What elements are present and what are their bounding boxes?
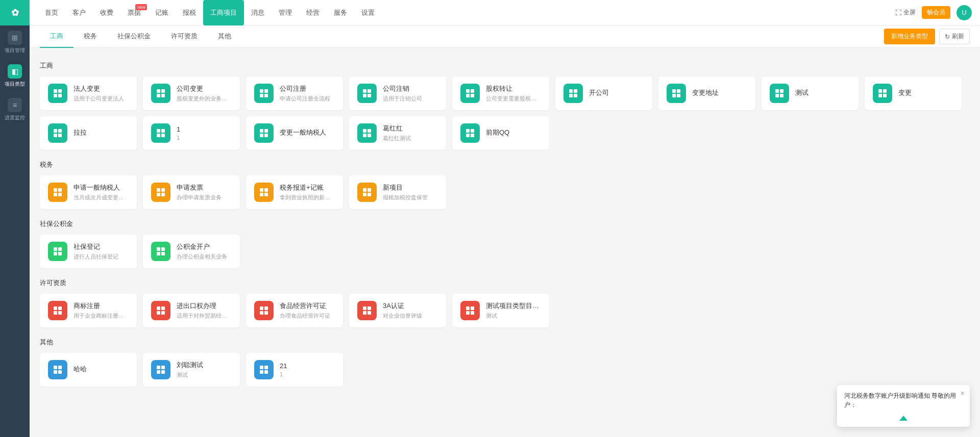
topnav-item-首页[interactable]: 首页 (38, 0, 65, 25)
sub-tab-税务[interactable]: 税务 (74, 25, 107, 48)
topnav-item-工商项目[interactable]: 工商项目 (203, 0, 244, 25)
svg-rect-7 (161, 94, 165, 97)
topnav-item-消息[interactable]: 消息 (244, 0, 272, 25)
sidebar-item-1[interactable]: ◧项目类型 (0, 59, 30, 93)
card-4-2[interactable]: 21 1 (246, 353, 343, 387)
sidebar-item-0[interactable]: ⊞项目管理 (0, 25, 30, 59)
card-3-4[interactable]: 测试项目类型目定义 测试 (452, 294, 549, 327)
svg-rect-103 (58, 370, 62, 374)
card-icon-1-3 (357, 183, 377, 202)
svg-rect-42 (157, 134, 160, 137)
svg-rect-84 (157, 306, 160, 310)
refresh-icon: ↻ (945, 33, 950, 40)
card-3-3[interactable]: 3A认证 对企业信誉评级 (349, 294, 446, 327)
card-2-1[interactable]: 公积金开户 办理公积金相关业务 (143, 235, 240, 268)
card-3-2[interactable]: 食品经营许可证 办理食品经营许可证 (246, 294, 343, 327)
card-0-10[interactable]: 1 1 (143, 116, 240, 150)
vip-button[interactable]: 畅会员 (922, 6, 950, 19)
card-icon-3-3 (357, 301, 377, 320)
cards-grid-4: 哈哈 刘聪测试 测试 (40, 353, 970, 387)
svg-rect-44 (260, 129, 263, 133)
card-2-0[interactable]: 社保登记 进行人员社保登记 (40, 235, 137, 268)
sidebar-item-2[interactable]: ≡进度监控 (0, 93, 30, 126)
refresh-label: 刷新 (952, 32, 964, 41)
svg-rect-60 (157, 188, 160, 192)
card-0-11[interactable]: 变更一般纳税人 (246, 116, 343, 150)
card-0-8[interactable]: 变更 (865, 76, 962, 110)
card-desc-0-12: 葛红红测试 (383, 135, 438, 142)
card-name-1-0: 申请一般纳税人 (74, 183, 129, 192)
svg-rect-105 (161, 366, 165, 369)
topnav-item-经营[interactable]: 经营 (299, 0, 327, 25)
app-logo[interactable]: ✿ (0, 0, 30, 25)
sub-tab-工商[interactable]: 工商 (40, 25, 74, 48)
card-icon-1-1 (151, 183, 170, 202)
card-desc-3-0: 用于企业商标注册服务 (74, 312, 129, 320)
card-0-2[interactable]: 公司注册 申请公司注册全流程 (246, 76, 343, 110)
topnav-item-报税[interactable]: 报税 (176, 0, 203, 25)
sub-tab-社保公积金[interactable]: 社保公积金 (107, 25, 161, 48)
card-1-3[interactable]: 新项目 报税加税控盘保管 (349, 175, 446, 209)
sub-tab-许可资质[interactable]: 许可资质 (161, 25, 208, 48)
card-3-1[interactable]: 进出口权办理 适用于对外贸易经营者 (143, 294, 240, 327)
topnav-item-票据[interactable]: 票据new (120, 0, 148, 25)
card-desc-1-0: 当月或次月成变更完成 (74, 194, 129, 201)
card-icon-4-2 (254, 360, 274, 379)
topnav-item-记账[interactable]: 记账 (148, 0, 176, 25)
card-icon-2-1 (151, 242, 170, 261)
fullscreen-label: 全屏 (903, 8, 916, 17)
sub-tab-其他[interactable]: 其他 (208, 25, 241, 48)
card-0-3[interactable]: 公司注销 适用于注销公司 (349, 76, 446, 110)
sub-tabs-bar: 工商税务社保公积金许可资质其他 新增业务类型 ↻ 刷新 (30, 25, 980, 48)
card-info-3-4: 测试项目类型目定义 测试 (486, 301, 541, 320)
add-business-type-button[interactable]: 新增业务类型 (884, 29, 935, 44)
card-icon-0-2 (254, 84, 274, 103)
card-0-7[interactable]: 测试 (762, 76, 859, 110)
card-1-2[interactable]: 税务报道+记账 拿到营业执照的新公司 (246, 175, 343, 209)
svg-rect-2 (54, 94, 57, 97)
card-0-0[interactable]: 法人变更 适用于公司变更法人 (40, 76, 137, 110)
card-3-0[interactable]: 商标注册 用于企业商标注册服务 (40, 294, 137, 327)
sub-tabs-actions: 新增业务类型 ↻ 刷新 (884, 29, 970, 44)
fullscreen-btn[interactable]: ⛶ 全屏 (895, 8, 916, 17)
card-info-4-1: 刘聪测试 测试 (177, 361, 232, 379)
card-4-0[interactable]: 哈哈 (40, 353, 137, 387)
card-0-13[interactable]: 前期QQ (452, 116, 549, 150)
svg-rect-76 (157, 247, 160, 251)
card-desc-0-1: 股权变更外的业务变更 (177, 95, 232, 102)
card-0-5[interactable]: 开公司 (555, 76, 652, 110)
svg-rect-74 (54, 252, 57, 255)
svg-rect-12 (363, 89, 366, 93)
topnav-item-服务[interactable]: 服务 (327, 0, 354, 25)
card-info-3-1: 进出口权办理 适用于对外贸易经营者 (177, 301, 232, 320)
card-desc-3-3: 对企业信誉评级 (383, 312, 438, 320)
card-icon-4-0 (48, 360, 67, 379)
topnav-item-管理[interactable]: 管理 (272, 0, 299, 25)
notification-close-button[interactable]: × (961, 389, 965, 397)
svg-rect-36 (54, 129, 57, 133)
topnav-item-设置[interactable]: 设置 (354, 0, 382, 25)
card-icon-0-3 (357, 84, 377, 103)
card-icon-0-9 (48, 123, 67, 143)
topnav-item-客户[interactable]: 客户 (65, 0, 93, 25)
card-0-6[interactable]: 变更地址 (658, 76, 755, 110)
topnav-item-收费[interactable]: 收费 (93, 0, 120, 25)
card-1-1[interactable]: 申请发票 办理申请发票业务 (143, 175, 240, 209)
svg-rect-4 (157, 89, 160, 93)
card-0-4[interactable]: 股权转让 公司变更需要股权转让 (452, 76, 549, 110)
card-1-0[interactable]: 申请一般纳税人 当月或次月成变更完成 (40, 175, 137, 209)
avatar[interactable]: U (957, 5, 972, 20)
svg-rect-109 (264, 366, 268, 369)
svg-rect-17 (471, 89, 474, 93)
card-4-1[interactable]: 刘聪测试 测试 (143, 353, 240, 387)
card-icon-3-4 (460, 301, 480, 320)
card-0-1[interactable]: 公司变更 股权变更外的业务变更 (143, 76, 240, 110)
svg-rect-99 (471, 311, 474, 315)
card-0-9[interactable]: 拉拉 (40, 116, 137, 150)
svg-rect-101 (58, 366, 62, 369)
content-area: 工商税务社保公积金许可资质其他 新增业务类型 ↻ 刷新 工商 (30, 25, 980, 437)
svg-rect-75 (58, 252, 62, 255)
svg-rect-1 (58, 89, 62, 93)
refresh-button[interactable]: ↻ 刷新 (939, 29, 970, 44)
card-0-12[interactable]: 葛红红 葛红红测试 (349, 116, 446, 150)
